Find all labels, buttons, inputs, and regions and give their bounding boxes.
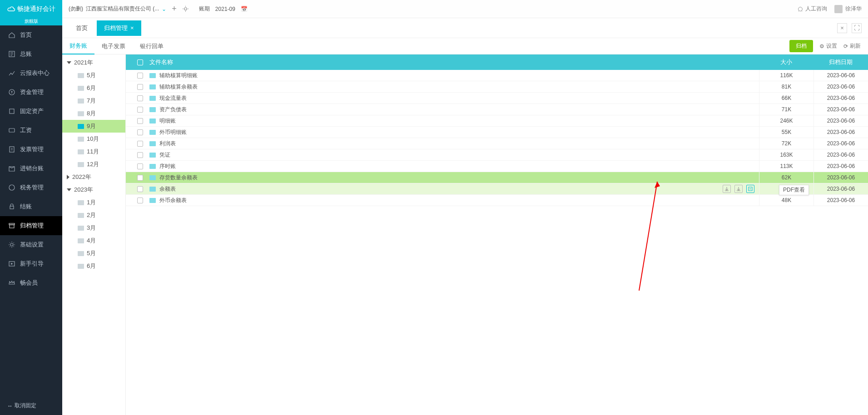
file-date: 2023-06-06 — [827, 118, 855, 124]
row-checkbox[interactable] — [137, 95, 143, 101]
nav-ledger[interactable]: 总账 — [0, 44, 62, 64]
period-value[interactable]: 2021-09 — [215, 6, 235, 12]
folder-icon — [149, 198, 156, 203]
tree-month[interactable]: 5月 — [62, 247, 125, 260]
file-size: 72K — [782, 140, 791, 147]
settings-icon[interactable] — [182, 5, 189, 12]
month-label: 6月 — [87, 262, 96, 270]
add-button[interactable]: + — [172, 4, 177, 14]
nav-guide[interactable]: 新手引导 — [0, 254, 62, 273]
tree-month[interactable]: 10月 — [62, 133, 125, 145]
tree-month[interactable]: 7月 — [62, 94, 125, 107]
row-checkbox[interactable] — [137, 175, 143, 181]
nav-tax[interactable]: 税务管理 — [0, 178, 62, 197]
nav-reports[interactable]: 云报表中心 — [0, 64, 62, 83]
row-checkbox[interactable] — [137, 84, 143, 90]
tree-month[interactable]: 11月 — [62, 145, 125, 158]
nav-funds[interactable]: 资金管理 — [0, 83, 62, 102]
row-checkbox[interactable] — [137, 73, 143, 79]
fullscreen-button[interactable]: ⛶ — [852, 23, 862, 33]
month-label: 7月 — [87, 97, 96, 105]
calendar-icon[interactable]: 📅 — [241, 6, 248, 12]
folder-icon — [149, 187, 156, 192]
row-checkbox[interactable] — [137, 107, 143, 113]
settings-button[interactable]: ⚙设置 — [819, 42, 837, 50]
nav-closing[interactable]: 结账 — [0, 197, 62, 216]
table-row[interactable]: 存货数量余额表 62K 2023-06-06 — [126, 172, 868, 183]
tree-month[interactable]: 4月 — [62, 234, 125, 247]
tree-year[interactable]: 2023年 — [62, 183, 125, 196]
row-checkbox[interactable] — [137, 152, 143, 158]
tree-month[interactable]: 2月 — [62, 209, 125, 222]
folder-icon — [78, 99, 84, 104]
table-row[interactable]: 辅助核算明细账 116K 2023-06-06 — [126, 70, 868, 81]
nav-invoice[interactable]: 发票管理 — [0, 140, 62, 159]
ledger-icon — [8, 50, 15, 58]
archive-button[interactable]: 归档 — [789, 40, 813, 52]
page-tabs: 首页 归档管理× × ⛶ — [62, 18, 868, 38]
tree-month[interactable]: 6月 — [62, 82, 125, 94]
month-label: 2月 — [87, 211, 96, 219]
consult-link[interactable]: 人工咨询 — [797, 5, 827, 13]
file-date: 2023-06-06 — [827, 140, 855, 147]
row-checkbox[interactable] — [137, 118, 143, 124]
tree-month[interactable]: 3月 — [62, 222, 125, 234]
nav-label: 归档管理 — [20, 222, 44, 230]
tab-home[interactable]: 首页 — [69, 20, 95, 36]
subtab-bank[interactable]: 银行回单 — [133, 38, 171, 54]
nav-settings[interactable]: 基础设置 — [0, 235, 62, 254]
row-checkbox[interactable] — [137, 141, 143, 147]
table-row[interactable]: 利润表 72K 2023-06-06 — [126, 138, 868, 149]
tab-archive[interactable]: 归档管理× — [97, 20, 141, 36]
nav-label: 总账 — [20, 50, 32, 58]
nav-salary[interactable]: 工资 — [0, 121, 62, 140]
subtab-finance[interactable]: 财务账 — [62, 38, 94, 54]
sidebar-footer[interactable]: ↔ 取消固定 — [0, 396, 62, 415]
topbar: (勿删) 江西服宝精品有限责任公司 (... ⌄ + 账期 2021-09 📅 … — [62, 0, 868, 18]
close-all-button[interactable]: × — [837, 23, 847, 33]
tree-year[interactable]: 2022年 — [62, 171, 125, 183]
close-icon[interactable]: × — [130, 25, 134, 31]
nav-home[interactable]: 首页 — [0, 25, 62, 44]
tree-month[interactable]: 5月 — [62, 69, 125, 82]
file-name: 辅助核算明细账 — [159, 72, 198, 79]
row-checkbox[interactable] — [137, 129, 143, 135]
download-pdf-button[interactable] — [734, 185, 743, 193]
company-selector[interactable]: (勿删) 江西服宝精品有限责任公司 (... ⌄ — [69, 5, 166, 13]
nav-assets[interactable]: 固定资产 — [0, 102, 62, 121]
download-excel-button[interactable] — [723, 185, 731, 193]
nav-member[interactable]: 畅会员 — [0, 273, 62, 292]
refresh-button[interactable]: ⟳刷新 — [843, 42, 861, 50]
table-row[interactable]: 辅助核算余额表 81K 2023-06-06 — [126, 81, 868, 93]
subtab-einvoice[interactable]: 电子发票 — [94, 38, 133, 54]
nav-archive[interactable]: 归档管理 — [0, 216, 62, 235]
row-checkbox[interactable] — [137, 163, 143, 169]
folder-icon — [149, 107, 156, 112]
user-menu[interactable]: 徐泽华 — [834, 5, 862, 13]
file-table: 文件名称 大小 归档日期 辅助核算明细账 116K 2023-06-06 辅助核… — [126, 54, 868, 415]
table-row[interactable]: 资产负债表 71K 2023-06-06 — [126, 104, 868, 115]
table-row[interactable]: 外币明细账 55K 2023-06-06 — [126, 127, 868, 138]
table-row[interactable]: 现金流量表 66K 2023-06-06 — [126, 93, 868, 104]
tree-month[interactable]: 9月 — [62, 120, 125, 133]
table-row[interactable]: 余额表 PDF查看 3K 2023-06-06 — [126, 183, 868, 195]
nav-inventory[interactable]: 进销台账 — [0, 159, 62, 178]
table-row[interactable]: 明细账 246K 2023-06-06 — [126, 115, 868, 127]
table-row[interactable]: 外币余额表 48K 2023-06-06 — [126, 195, 868, 206]
tree-month[interactable]: 6月 — [62, 260, 125, 272]
table-row[interactable]: 凭证 163K 2023-06-06 — [126, 149, 868, 161]
view-pdf-button[interactable] — [746, 185, 754, 193]
table-row[interactable]: 序时账 113K 2023-06-06 — [126, 161, 868, 172]
tree-year[interactable]: 2021年 — [62, 56, 125, 69]
tree-month[interactable]: 1月 — [62, 196, 125, 209]
main: (勿删) 江西服宝精品有限责任公司 (... ⌄ + 账期 2021-09 📅 … — [62, 0, 868, 415]
tree-month[interactable]: 8月 — [62, 107, 125, 120]
chart-icon — [8, 69, 15, 77]
month-label: 3月 — [87, 224, 96, 232]
col-size-header: 大小 — [780, 59, 792, 65]
select-all-checkbox[interactable] — [137, 59, 143, 65]
tree-month[interactable]: 12月 — [62, 158, 125, 171]
logo[interactable]: 畅捷通好会计 — [0, 0, 62, 18]
row-checkbox[interactable] — [137, 198, 143, 203]
row-checkbox[interactable] — [137, 186, 143, 192]
